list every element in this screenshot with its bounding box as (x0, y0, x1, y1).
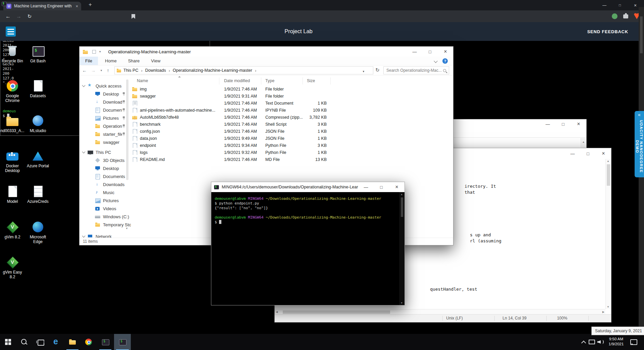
nav-item-windows-c[interactable]: Windows (C:) (79, 213, 131, 221)
minimize-button[interactable]: — (565, 148, 580, 159)
explorer-menu-file[interactable]: File (79, 57, 98, 65)
chevron-down-icon[interactable] (82, 234, 86, 238)
desktop-icon-gvim-8-2[interactable]: gVim 8.2 (0, 220, 24, 239)
browser-tab[interactable]: U Machine Learning Engineer with × (3, 2, 81, 10)
taskbar-search-button[interactable] (16, 334, 32, 350)
desktop-icon-git-bash[interactable]: Git Bash (26, 44, 50, 63)
taskbar-chrome-button[interactable] (80, 334, 97, 350)
minimize-button[interactable]: — (407, 47, 422, 57)
desktop-icon-azurecreds[interactable]: AzureCreds (26, 185, 50, 204)
nav-item-desktop[interactable]: Desktop (79, 90, 131, 98)
file-row-img[interactable]: img1/9/2021 7:46 AMFile folder (131, 85, 453, 93)
scroll-right-icon[interactable]: ▶ (602, 310, 604, 313)
desktop-icon-gvim-easy-8-2[interactable]: gVim Easy 8.2 (0, 255, 24, 279)
file-row-benchmark[interactable]: benchmark1/9/2021 7:46 AMShell Script3 K… (131, 121, 453, 128)
reload-icon[interactable]: ↻ (24, 10, 35, 22)
breadcrumb-separator[interactable]: › (141, 68, 142, 73)
scroll-up-icon[interactable]: ▲ (400, 193, 403, 195)
scroll-down-icon[interactable]: ▼ (400, 302, 403, 304)
vertical-scrollbar[interactable]: ▲ ▼ (605, 159, 611, 309)
maximize-button[interactable]: □ (555, 119, 571, 129)
bookmark-icon[interactable] (131, 14, 135, 19)
nav-item-pictures[interactable]: Pictures (79, 114, 131, 122)
close-button[interactable]: × (596, 148, 611, 159)
desktop-icon-microsoft-edge[interactable]: Microsoft Edge (26, 220, 50, 244)
nav-item-downloads[interactable]: Downloads (79, 180, 131, 188)
taskbar-explorer-button[interactable] (64, 334, 80, 350)
nav-item-documents[interactable]: Documents (79, 106, 131, 114)
forward-icon[interactable]: → (89, 65, 98, 75)
tab-close-icon[interactable]: × (75, 4, 78, 9)
scroll-down-icon[interactable]: ▼ (125, 227, 128, 230)
minimize-button[interactable]: — (540, 119, 555, 129)
file-row-logs[interactable]: logs1/9/2021 9:32 AMPython File1 KB (131, 149, 453, 156)
scroll-down-icon[interactable]: ▼ (607, 305, 609, 308)
desktop-icon-mlstudio[interactable]: MLstudio (26, 114, 50, 133)
menu-hamburger-button[interactable] (6, 26, 16, 37)
scrollbar[interactable]: ▲ ▼ (399, 192, 405, 305)
scroll-up-icon[interactable]: ▲ (607, 160, 609, 163)
desktop-icon-recycle-bin[interactable]: Recycle Bin (0, 44, 24, 63)
scrollbar-thumb[interactable] (401, 197, 403, 217)
taskbar-git-bash-button-active[interactable] (114, 334, 131, 350)
minimize-button[interactable]: — (358, 182, 374, 192)
close-button[interactable]: × (571, 119, 586, 129)
nav-scrollbar[interactable]: ▼ (125, 75, 130, 238)
column-header-name[interactable]: Name (131, 77, 219, 84)
quick-access-toolbar-icon[interactable] (92, 50, 96, 54)
desktop-icon-datasets[interactable]: Datasets (26, 79, 50, 98)
profile-avatar[interactable] (612, 13, 618, 19)
scroll-left-icon[interactable]: ◀ (276, 310, 278, 313)
browser-minimize-button[interactable]: — (598, 0, 611, 10)
desktop-icon-docker-desktop[interactable]: Docker Desktop (0, 149, 24, 173)
udacity-demo-side-tab[interactable]: « UDACITY NANODEGREE DEMO (635, 111, 644, 177)
chevron-down-icon[interactable] (82, 150, 86, 154)
back-icon[interactable]: ← (3, 10, 13, 22)
extensions-icon[interactable] (623, 14, 628, 18)
file-row-endpoint[interactable]: endpoint1/9/2021 9:34 AMPython File3 KB (131, 142, 453, 149)
address-dropdown-icon[interactable]: ▾ (363, 70, 364, 73)
chevron-down-icon[interactable]: ▾ (99, 50, 101, 53)
file-row-data-json[interactable]: data.json1/9/2021 9:49 AMJSON File1 KB (131, 135, 453, 142)
new-tab-button[interactable]: + (87, 1, 94, 8)
browser-maximize-button[interactable]: □ (613, 0, 627, 10)
explorer-menu-view[interactable]: View (145, 57, 166, 65)
scrollbar-thumb[interactable] (640, 16, 643, 53)
nav-item-temporary-stora[interactable]: Temporary Stora (79, 221, 131, 229)
tray-show-hidden-icons-chevron[interactable] (580, 339, 587, 345)
file-row-aml-pipelines-with-automated-machine[interactable]: aml-pipelines-with-automated-machine...1… (131, 107, 453, 114)
help-icon[interactable]: ? (442, 58, 448, 64)
scroll-up-icon[interactable]: ▲ (582, 140, 585, 143)
nav-item-this-pc[interactable]: This PC (79, 148, 131, 156)
start-button[interactable] (0, 334, 16, 350)
terminal-output[interactable]: demouser@labvm MINGW64 ~/Downloads/Opera… (211, 192, 399, 305)
forward-icon[interactable]: → (13, 10, 24, 22)
breadcrumb-separator[interactable]: › (255, 68, 256, 73)
file-row-automlb65bb7dfe48[interactable]: AutoMLb65bb7dfe481/9/2021 7:46 AMCompres… (131, 114, 453, 121)
scrollbar-thumb[interactable] (283, 310, 390, 314)
terminal-titlebar[interactable]: MINGW64:/c/Users/demouser/Downloads/Oper… (211, 182, 405, 192)
address-field[interactable]: This PC›Downloads›Operationalizing-Machi… (114, 66, 373, 74)
nav-item-starter-files[interactable]: starter_files (79, 130, 131, 138)
nav-item-documents[interactable]: Documents (79, 172, 131, 180)
task-view-button[interactable] (32, 334, 48, 350)
file-row-readme-md[interactable]: README.md1/9/2021 7:46 AMMD File13 KB (131, 156, 453, 163)
speaker-icon[interactable] (597, 339, 604, 345)
breadcrumb-item-downloads[interactable]: Downloads (145, 68, 166, 73)
back-icon[interactable]: ← (80, 65, 89, 75)
maximize-button[interactable]: □ (374, 182, 389, 192)
breadcrumb-item-this-pc[interactable]: This PC (123, 68, 138, 73)
nav-item-3d-objects[interactable]: 3D Objects (79, 156, 131, 164)
scrollbar-thumb[interactable] (607, 164, 610, 186)
explorer-menu-home[interactable]: Home (99, 57, 122, 65)
scrollbar-thumb[interactable] (126, 79, 128, 180)
taskbar-edge-button[interactable] (48, 334, 64, 350)
breadcrumb-item-operationalizing-machine-learning-master[interactable]: Operationalizing-Machine-Learning-master (173, 68, 252, 73)
taskbar-clock[interactable]: 9:50 AM 1/9/2021 (606, 337, 627, 347)
column-header-size[interactable]: Size (303, 77, 331, 84)
search-icon[interactable] (443, 69, 446, 72)
nav-item-downloads[interactable]: Downloads (79, 98, 131, 106)
refresh-icon[interactable]: ↻ (375, 67, 380, 73)
search-input[interactable]: Search Operationalizing-Mac... (383, 66, 449, 74)
column-header-date-modified[interactable]: Date modified (219, 77, 261, 84)
